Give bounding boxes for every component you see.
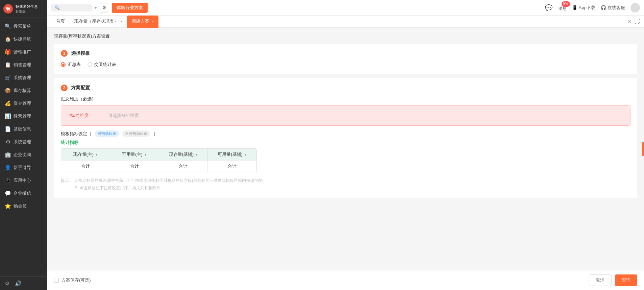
stats-data-row: 合计 合计 合计 合计: [61, 160, 256, 172]
tab-new-plan[interactable]: 新建方案 ×: [127, 16, 158, 28]
stats-cell-1: 合计: [110, 161, 159, 172]
draggable-chip: 可拖动位置: [95, 130, 119, 137]
tip-item-1: 提示： 1.拖动标题栏可以调整布局，不可跨维度或指标区域拖动栏目字段(只能在同一…: [61, 177, 630, 185]
stats-col-3[interactable]: 可用量(基辅) ▾: [208, 149, 256, 160]
sidebar-item-finance[interactable]: 💰 资金管理: [0, 97, 47, 110]
sidebar-item-search[interactable]: 🔍 搜索菜单: [0, 20, 47, 33]
chart-icon: 📊: [5, 113, 11, 119]
chevron-col-1[interactable]: ▾: [145, 152, 147, 157]
sidebar-item-inventory[interactable]: 📦 库存核算: [0, 84, 47, 97]
radio-crosstab-label: 交叉统计表: [94, 62, 116, 68]
tab-new-plan-close[interactable]: ×: [151, 15, 153, 27]
tab-home[interactable]: 首页: [51, 16, 70, 28]
sidebar-item-enterprise[interactable]: 🏢 企业协同: [0, 148, 47, 161]
chevron-col-2[interactable]: ▾: [196, 152, 198, 157]
sidebar-item-label: 应用中心: [14, 177, 31, 184]
sidebar-item-system[interactable]: ⚙ 系统管理: [0, 136, 47, 148]
tab-inventory-label: 现存量（库存状况表）: [74, 15, 118, 27]
dimension-section-label: 汇总维度（必选）: [61, 96, 96, 101]
radio-crosstab[interactable]: 交叉统计表: [88, 62, 116, 68]
dimension-error-box[interactable]: *纵向维度 —— 请选择分组维度: [61, 105, 630, 126]
cancel-button[interactable]: 取消: [589, 274, 612, 286]
close-window-icon[interactable]: ✕: [627, 18, 632, 25]
save-option[interactable]: 方案保存(可选): [54, 277, 91, 283]
non-draggable-chip: 不可拖动位置: [122, 130, 150, 137]
indicator-label-text: 模板指标设定（: [61, 131, 92, 137]
sidebar-item-newbie[interactable]: 👤 新手引导: [0, 161, 47, 174]
tip-text-2: 2. 点击标题栏下拉可设置排序、插入列和删除列: [75, 185, 160, 192]
message-icon: 💬: [545, 4, 552, 11]
sidebar-item-label: 系统管理: [14, 139, 31, 145]
step2-badge: 2: [61, 84, 68, 91]
content-area: 现存量(库存状况表)方案设置 1 选择模板 汇总表 交叉统计表 2: [47, 28, 644, 270]
settings-footer-icon[interactable]: ⚙: [5, 280, 9, 287]
sidebar: 畅 畅康通好生意 标准版 🔍 搜索菜单 🏠 快捷导航 🎁 营销推广 📋 销售管理…: [0, 0, 47, 290]
sidebar-item-basic[interactable]: 📄 基础信息: [0, 123, 47, 136]
non-draggable-toggle: 不可拖动位置: [122, 130, 150, 137]
sidebar-item-purchase[interactable]: 🛒 采购管理: [0, 71, 47, 84]
sidebar-item-shortcut[interactable]: 🏠 快捷导航: [0, 33, 47, 46]
app-download-link[interactable]: 📱 App下载: [572, 5, 595, 11]
gear-icon: ⚙: [5, 139, 11, 145]
search-icon: 🔍: [5, 23, 11, 29]
sidebar-item-marketing[interactable]: 🎁 营销推广: [0, 46, 47, 58]
save-checkbox[interactable]: [54, 278, 59, 283]
building-icon: 🏢: [5, 152, 11, 158]
chevron-down-icon[interactable]: ▾: [95, 5, 97, 10]
online-service-link[interactable]: 🎧 在线客服: [601, 5, 625, 11]
stats-col-2[interactable]: 现存量(基辅) ▾: [159, 149, 208, 160]
sidebar-item-wechat[interactable]: 💬 企业微信: [0, 187, 47, 200]
radio-summary[interactable]: 汇总表: [61, 62, 81, 68]
sidebar-item-label: 库存核算: [14, 88, 31, 94]
chevron-col-3[interactable]: ▾: [245, 152, 247, 157]
chat-icon: 💬: [5, 190, 11, 196]
sidebar-item-label: 营销推广: [14, 49, 31, 55]
step2-card: 2 方案配置 汇总维度（必选） *纵向维度 —— 请选择分组维度 模板指标设定（…: [54, 78, 637, 198]
logo-icon: 畅: [3, 4, 13, 14]
stats-col-0[interactable]: 现存量(主) ▾: [61, 149, 110, 160]
sidebar-item-member[interactable]: ⭐ 畅会员: [0, 200, 47, 213]
draggable-toggle: 可拖动位置: [95, 130, 119, 137]
stats-col-1[interactable]: 可用量(主) ▾: [110, 149, 159, 160]
sidebar-item-label: 新手引导: [14, 165, 31, 171]
chevron-col-0[interactable]: ▾: [96, 152, 98, 157]
phone-download-icon: 📱: [572, 5, 577, 10]
home-icon: 🏠: [5, 36, 11, 42]
error-dash: ——: [94, 113, 103, 118]
indicator-label-row: 模板指标设定（ 可拖动位置 不可拖动位置 ）: [61, 130, 630, 137]
query-button[interactable]: 查询: [615, 274, 637, 286]
phone-icon: 📱: [5, 177, 11, 184]
sidebar-item-label: 企业协同: [14, 152, 31, 158]
gear-button[interactable]: ⚙: [100, 3, 109, 13]
app-name: 畅康通好生意: [16, 4, 38, 9]
sidebar-item-appstore[interactable]: 📱 应用中心: [0, 174, 47, 187]
sidebar-item-label: 采购管理: [14, 75, 31, 81]
save-option-label: 方案保存(可选): [61, 277, 91, 283]
sidebar-item-label: 销售管理: [14, 62, 31, 68]
audio-footer-icon[interactable]: 🔊: [15, 280, 22, 287]
clipboard-icon: 📋: [5, 62, 11, 68]
search-box[interactable]: 🔍: [51, 4, 92, 11]
app-version: 标准版: [16, 9, 38, 14]
tab-actions: ✕ ⛶: [627, 18, 640, 25]
sidebar-item-label: 快捷导航: [14, 36, 31, 42]
trial-button[interactable]: 体验行业方案: [112, 3, 148, 13]
tab-inventory-status[interactable]: 现存量（库存状况表） ×: [70, 16, 127, 28]
user-icon: 👤: [5, 165, 11, 171]
user-avatar[interactable]: [630, 3, 640, 13]
indicator-settings: 模板指标设定（ 可拖动位置 不可拖动位置 ） 统计指标 现存量(主): [61, 130, 630, 192]
error-placeholder: 请选择分组维度: [108, 113, 139, 119]
message-button[interactable]: 💬 99+ 消息: [545, 4, 567, 11]
gift-icon: 🎁: [5, 49, 11, 55]
tab-inventory-close[interactable]: ×: [120, 15, 122, 27]
expand-icon[interactable]: ⛶: [635, 19, 640, 25]
resize-handle[interactable]: [642, 142, 644, 156]
sidebar-item-sales[interactable]: 📋 销售管理: [0, 58, 47, 71]
online-service-label: 在线客服: [608, 5, 625, 11]
stats-cell-0: 合计: [61, 161, 110, 172]
radio-crosstab-dot: [88, 62, 92, 67]
page-title: 现存量(库存状况表)方案设置: [54, 33, 637, 39]
cart-icon: 🛒: [5, 75, 11, 81]
sidebar-item-operation[interactable]: 📊 经营管理: [0, 110, 47, 123]
radio-summary-label: 汇总表: [68, 62, 81, 68]
